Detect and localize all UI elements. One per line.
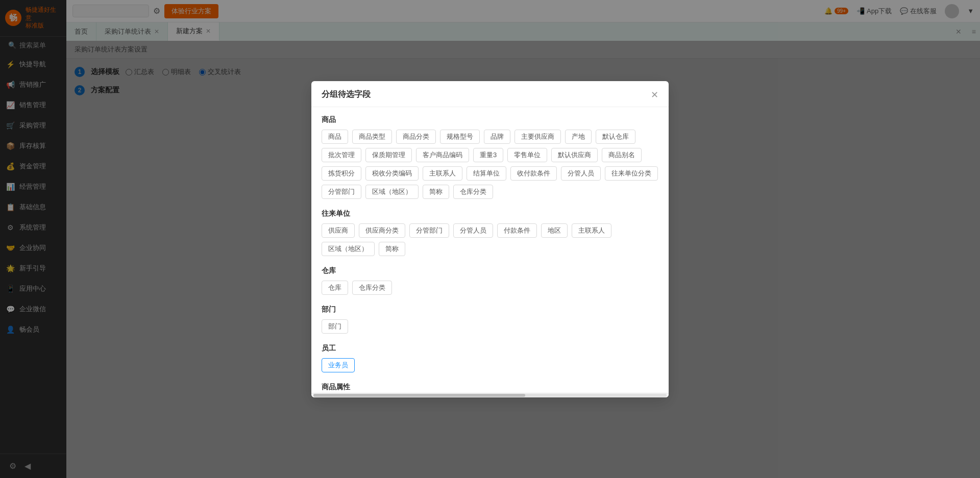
employee-section-title: 员工 xyxy=(322,344,658,353)
department-section-title: 部门 xyxy=(322,305,658,314)
field-tag-brand[interactable]: 品牌 xyxy=(484,130,510,144)
field-tag-region-area[interactable]: 区域（地区） xyxy=(365,185,419,199)
field-tag-warehouse-category[interactable]: 仓库分类 xyxy=(453,185,493,199)
field-tag-dept[interactable]: 分管部门 xyxy=(322,185,361,199)
field-tag-area2[interactable]: 区域（地区） xyxy=(322,242,375,256)
field-tag-tax-code[interactable]: 税收分类编码 xyxy=(365,166,419,181)
field-tag-pick-points[interactable]: 拣货积分 xyxy=(322,166,361,181)
modal-overlay: 分组待选字段 ✕ 商品 商品 商品类型 商品分类 规格型号 品牌 主要供应商 产… xyxy=(0,0,980,478)
field-tag-product-alias[interactable]: 商品别名 xyxy=(602,148,642,162)
field-tag-salesperson[interactable]: 业务员 xyxy=(322,358,355,372)
field-tag-weight3[interactable]: 重量3 xyxy=(473,148,503,162)
field-tag-retail-unit[interactable]: 零售单位 xyxy=(507,148,547,162)
field-tag-customer-code[interactable]: 客户商品编码 xyxy=(416,148,469,162)
warehouse-section-title: 仓库 xyxy=(322,266,658,275)
field-tag-default-warehouse[interactable]: 默认仓库 xyxy=(596,130,635,144)
employee-fields: 业务员 xyxy=(322,358,658,372)
field-tag-warehouse[interactable]: 仓库 xyxy=(322,281,348,295)
field-tag-origin[interactable]: 产地 xyxy=(565,130,592,144)
field-tag-payment-terms2[interactable]: 付款条件 xyxy=(497,223,537,238)
hscroll-thumb xyxy=(313,394,525,397)
modal: 分组待选字段 ✕ 商品 商品 商品类型 商品分类 规格型号 品牌 主要供应商 产… xyxy=(311,81,669,397)
modal-title: 分组待选字段 xyxy=(322,89,371,100)
field-tag-warehouse-category2[interactable]: 仓库分类 xyxy=(352,281,392,295)
field-tag-supplier[interactable]: 供应商 xyxy=(322,223,355,238)
field-tag-product[interactable]: 商品 xyxy=(322,130,348,144)
department-fields: 部门 xyxy=(322,319,658,334)
product-section: 商品 商品 商品类型 商品分类 规格型号 品牌 主要供应商 产地 默认仓库 批次… xyxy=(322,115,658,199)
field-tag-short-name[interactable]: 简称 xyxy=(423,185,449,199)
field-tag-spec-model[interactable]: 规格型号 xyxy=(440,130,480,144)
field-tag-partner-category[interactable]: 往来单位分类 xyxy=(605,166,658,181)
field-tag-payment-terms[interactable]: 收付款条件 xyxy=(510,166,557,181)
department-section: 部门 部门 xyxy=(322,305,658,334)
product-fields: 商品 商品类型 商品分类 规格型号 品牌 主要供应商 产地 默认仓库 批次管理 … xyxy=(322,130,658,199)
warehouse-section: 仓库 仓库 仓库分类 xyxy=(322,266,658,295)
field-tag-short-name2[interactable]: 简称 xyxy=(379,242,405,256)
partner-fields: 供应商 供应商分类 分管部门 分管人员 付款条件 地区 主联系人 区域（地区） … xyxy=(322,223,658,256)
field-tag-main-supplier[interactable]: 主要供应商 xyxy=(514,130,561,144)
field-tag-main-contact[interactable]: 主联系人 xyxy=(423,166,462,181)
modal-header: 分组待选字段 ✕ xyxy=(311,81,669,107)
modal-body[interactable]: 商品 商品 商品类型 商品分类 规格型号 品牌 主要供应商 产地 默认仓库 批次… xyxy=(311,107,669,393)
warehouse-fields: 仓库 仓库分类 xyxy=(322,281,658,295)
field-tag-dept2[interactable]: 分管部门 xyxy=(409,223,449,238)
product-attr-section: 商品属性 属性 颜色 多规格 尺码 鞋码 1 xyxy=(322,383,658,393)
hscroll-track xyxy=(313,394,667,397)
partner-section-title: 往来单位 xyxy=(322,209,658,218)
field-tag-default-supplier[interactable]: 默认供应商 xyxy=(551,148,598,162)
modal-close-button[interactable]: ✕ xyxy=(651,89,658,100)
field-tag-department[interactable]: 部门 xyxy=(322,319,348,334)
field-tag-expiry-mgmt[interactable]: 保质期管理 xyxy=(365,148,412,162)
field-tag-batch-mgmt[interactable]: 批次管理 xyxy=(322,148,361,162)
product-section-title: 商品 xyxy=(322,115,658,124)
field-tag-region[interactable]: 地区 xyxy=(541,223,568,238)
field-tag-product-category[interactable]: 商品分类 xyxy=(396,130,436,144)
partner-section: 往来单位 供应商 供应商分类 分管部门 分管人员 付款条件 地区 主联系人 区域… xyxy=(322,209,658,256)
field-tag-product-type[interactable]: 商品类型 xyxy=(352,130,392,144)
field-tag-settlement-unit[interactable]: 结算单位 xyxy=(467,166,506,181)
product-attr-section-title: 商品属性 xyxy=(322,383,658,392)
field-tag-supervisor[interactable]: 分管人员 xyxy=(561,166,601,181)
field-tag-supplier-category[interactable]: 供应商分类 xyxy=(359,223,405,238)
field-tag-main-contact2[interactable]: 主联系人 xyxy=(572,223,611,238)
employee-section: 员工 业务员 xyxy=(322,344,658,372)
field-tag-supervisor2[interactable]: 分管人员 xyxy=(453,223,493,238)
modal-horizontal-scrollbar[interactable] xyxy=(311,393,669,397)
